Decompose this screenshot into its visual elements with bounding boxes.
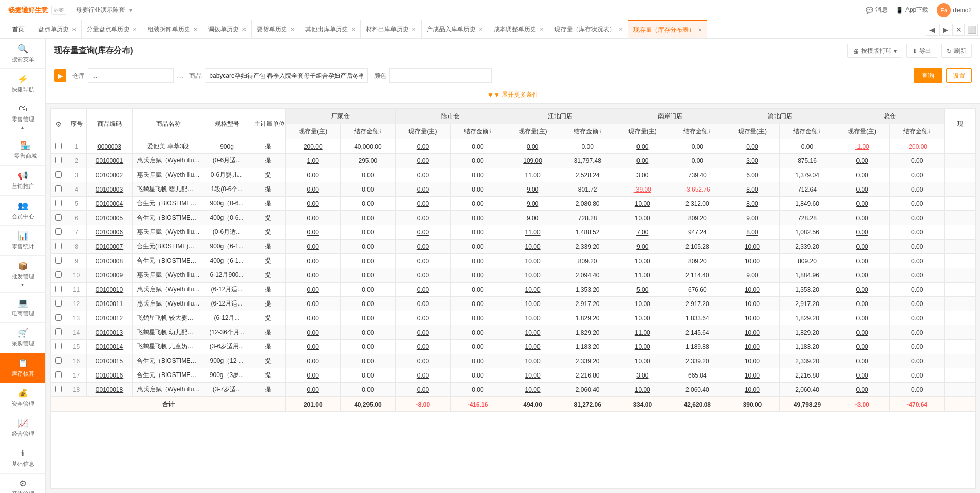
sidebar-item-finance[interactable]: 💰 资金管理	[0, 383, 45, 413]
product-code-link[interactable]: 00100011	[96, 300, 123, 308]
product-code-link[interactable]: 00100014	[96, 343, 123, 350]
product-code-link[interactable]: 00100008	[96, 257, 123, 265]
sidebar-item-marketing[interactable]: 📢 营销推广	[0, 166, 45, 196]
sidebar-item-basic[interactable]: ℹ 基础信息	[0, 443, 45, 474]
cell-check[interactable]	[51, 225, 66, 240]
settings-btn[interactable]: 设置	[946, 68, 972, 83]
print-btn[interactable]: 🖨 按模版打印 ▾	[847, 44, 902, 58]
tab-point[interactable]: 盘点单历史 ✕	[33, 20, 82, 39]
product-code-link[interactable]: 00100012	[96, 315, 123, 322]
product-input[interactable]	[205, 68, 368, 83]
total-amount-info-icon[interactable]: ℹ	[929, 129, 931, 134]
cell-check[interactable]	[51, 383, 66, 397]
sidebar-item-wholesale[interactable]: 📦 批发管理 ▼	[0, 256, 45, 293]
sidebar-item-retail[interactable]: 🛍 零售管理 ▲	[0, 99, 45, 135]
product-code-link[interactable]: 0000003	[97, 143, 121, 150]
tab-stockdist-close[interactable]: ✕	[698, 27, 702, 33]
tab-assemble-close[interactable]: ✕	[193, 27, 198, 32]
cell-check[interactable]	[51, 283, 66, 297]
tab-adjust-close[interactable]: ✕	[242, 27, 246, 32]
tab-stocktable[interactable]: 现存量（库存状况表） ✕	[549, 20, 628, 39]
product-code-link[interactable]: 00100007	[96, 243, 123, 250]
product-code-link[interactable]: 00100003	[96, 186, 123, 193]
export-btn[interactable]: ⬇ 导出	[906, 44, 937, 58]
sidebar-item-purchase[interactable]: 🛒 采购管理	[0, 323, 45, 353]
jiangbei-amount-info-icon[interactable]: ℹ	[599, 129, 601, 134]
cell-check[interactable]	[51, 340, 66, 354]
cell-check[interactable]	[51, 154, 66, 168]
query-btn[interactable]: 查询	[914, 68, 942, 83]
product-code-link[interactable]: 00100009	[96, 272, 123, 279]
sidebar-item-retail-stats[interactable]: 📊 零售统计	[0, 226, 45, 256]
refresh-btn[interactable]: ↻ 刷新	[941, 44, 972, 58]
dropdown-label[interactable]: 母婴行业演示陈套	[76, 6, 125, 14]
yubei-amount-info-icon[interactable]: ℹ	[819, 129, 821, 134]
tab-stockdist[interactable]: 现存量（库存分布表） ✕	[628, 20, 707, 39]
nanan-amount-info-icon[interactable]: ℹ	[709, 129, 711, 134]
sidebar-item-ecommerce[interactable]: 💻 电商管理	[0, 293, 45, 323]
sidebar-item-system[interactable]: ⚙ 系统管理	[0, 474, 45, 493]
product-code-link[interactable]: 00100010	[96, 286, 123, 293]
tab-otherout-close[interactable]: ✕	[351, 27, 355, 32]
product-code-link[interactable]: 00100018	[96, 386, 123, 393]
factory-amount-info-icon[interactable]: ℹ	[380, 129, 382, 134]
cell-check[interactable]	[51, 354, 66, 368]
tab-splitpoint[interactable]: 分量盘点单历史 ✕	[82, 20, 142, 39]
product-code-link[interactable]: 00100004	[96, 200, 123, 207]
filter-toggle-btn[interactable]: ▶	[54, 69, 66, 82]
tab-otherout[interactable]: 其他出库单历史 ✕	[300, 20, 361, 39]
tab-adjust[interactable]: 调拨单历史 ✕	[203, 20, 252, 39]
tab-productsin[interactable]: 产成品入库单历史 ✕	[422, 20, 488, 39]
product-code-link[interactable]: 00100016	[96, 372, 123, 379]
product-code-link[interactable]: 00100015	[96, 358, 123, 365]
tab-maximize-btn[interactable]: ⬜	[966, 24, 978, 36]
product-code-link[interactable]: 00100013	[96, 329, 123, 336]
gear-icon[interactable]: ⚙	[55, 120, 62, 128]
cell-check[interactable]	[51, 311, 66, 325]
sidebar-item-inventory[interactable]: 📋 库存核算	[0, 353, 45, 383]
cell-check[interactable]	[51, 368, 66, 383]
color-input[interactable]	[389, 68, 492, 83]
cell-check[interactable]	[51, 182, 66, 197]
message-btn[interactable]: 💬 消息	[866, 6, 888, 14]
expand-conditions-btn[interactable]: ▼▼ 展开更多条件	[487, 90, 538, 99]
app-download-btn[interactable]: 📱 App下载	[896, 6, 928, 14]
tab-splitpoint-close[interactable]: ✕	[133, 27, 137, 32]
tab-close-all-btn[interactable]: ✕	[952, 24, 965, 36]
cell-check[interactable]	[51, 297, 66, 311]
product-code-link[interactable]: 00100005	[96, 215, 123, 222]
warehouse-input[interactable]	[88, 68, 174, 83]
tab-prev-btn[interactable]: ◀	[926, 24, 938, 36]
tab-costadjust[interactable]: 成本调整单历史 ✕	[488, 20, 549, 39]
product-code-link[interactable]: 00100006	[96, 229, 123, 236]
tab-point-close[interactable]: ✕	[72, 27, 76, 32]
sidebar-item-quicknav[interactable]: ⚡ 快捷导航	[0, 69, 45, 99]
sidebar-item-search[interactable]: 🔍 搜索英单	[0, 39, 45, 69]
table-container[interactable]: ⚙ 序号 商品编码 商品名称 规格型号 主计量单位 厂家仓 陈市仓 江北门店 南…	[50, 108, 976, 489]
tab-next-btn[interactable]: ▶	[939, 24, 951, 36]
chenshi-amount-info-icon[interactable]: ℹ	[489, 129, 492, 134]
sidebar-item-member[interactable]: 👥 会员中心	[0, 196, 45, 226]
user-area[interactable]: Ea demo2	[937, 3, 972, 17]
tab-stocktable-close[interactable]: ✕	[619, 27, 623, 32]
product-code-link[interactable]: 00100001	[96, 157, 123, 165]
tab-order-close[interactable]: ✕	[290, 27, 295, 32]
cell-check[interactable]	[51, 240, 66, 254]
tab-order[interactable]: 要货单历史 ✕	[252, 20, 300, 39]
tab-assemble[interactable]: 组装拆卸单历史 ✕	[142, 20, 203, 39]
cell-check[interactable]	[51, 254, 66, 268]
col-settings-header[interactable]: ⚙	[51, 109, 66, 139]
cell-check[interactable]	[51, 139, 66, 154]
tab-materialout[interactable]: 材料出库单历史 ✕	[361, 20, 422, 39]
tab-materialout-close[interactable]: ✕	[412, 27, 416, 32]
sidebar-item-retail-shop[interactable]: 🏪 零售商城	[0, 135, 45, 166]
cell-check[interactable]	[51, 211, 66, 225]
cell-check[interactable]	[51, 325, 66, 340]
product-code-link[interactable]: 00100002	[96, 172, 123, 179]
cell-check[interactable]	[51, 197, 66, 211]
sidebar-item-operation[interactable]: 📈 经营管理	[0, 413, 45, 443]
warehouse-dots[interactable]: ...	[177, 71, 183, 80]
cell-check[interactable]	[51, 168, 66, 182]
cell-check[interactable]	[51, 268, 66, 283]
tab-home[interactable]: 首页	[4, 20, 33, 39]
